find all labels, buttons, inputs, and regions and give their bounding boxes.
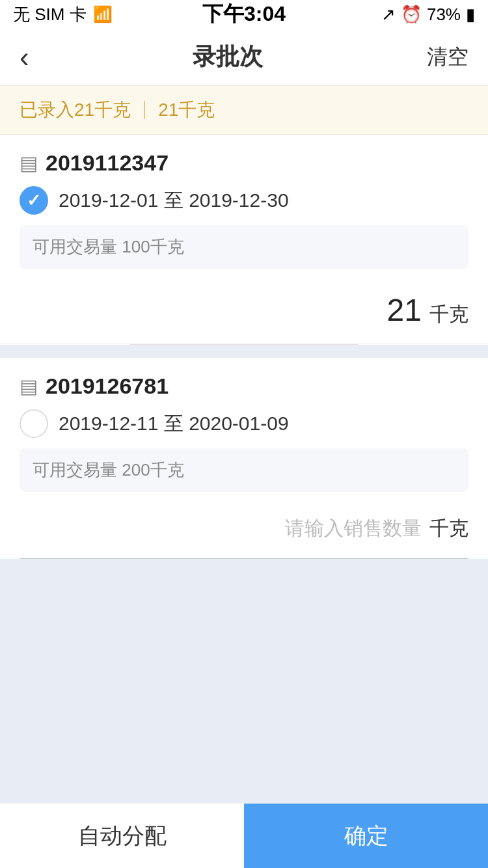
status-left: 无 SIM 卡 📶 (13, 3, 113, 26)
batch-2-radio[interactable] (20, 409, 48, 438)
alarm-icon: ⏰ (401, 5, 422, 25)
batch-1-amount-row: 21 千克 (0, 282, 488, 344)
batch-1-amount-unit: 千克 (429, 301, 468, 328)
recorded-value: 21千克 (158, 98, 215, 122)
empty-area (0, 559, 488, 845)
auto-distribute-button[interactable]: 自动分配 (0, 804, 244, 868)
batch-1-date: 2019-12-01 至 2019-12-30 (59, 187, 289, 214)
batch-1-date-row[interactable]: 2019-12-01 至 2019-12-30 (0, 181, 488, 220)
status-bar: 无 SIM 卡 📶 下午3:04 ↗ ⏰ 73% ▮ (0, 0, 488, 29)
bottom-bar: 自动分配 确定 (0, 803, 488, 868)
clear-button[interactable]: 清空 (427, 43, 468, 72)
battery-icon: ▮ (466, 5, 475, 25)
carrier-label: 无 SIM 卡 (13, 3, 87, 26)
batch-2-id-icon: ▤ (20, 375, 38, 398)
batch-2-date: 2019-12-11 至 2020-01-09 (59, 411, 289, 437)
batch-1-amount-value: 21 (387, 292, 422, 328)
banner-divider (144, 101, 145, 119)
batch-1-id-icon: ▤ (20, 152, 38, 174)
nav-bar: ‹ 录批次 清空 (0, 29, 488, 86)
batch-2-input-unit: 千克 (429, 515, 468, 542)
batch-2-date-row[interactable]: 2019-12-11 至 2020-01-09 (0, 404, 488, 443)
battery-label: 73% (427, 5, 461, 25)
status-time: 下午3:04 (202, 0, 286, 29)
batch-2-input-row[interactable]: 请输入销售数量 千克 (0, 505, 488, 558)
page-title: 录批次 (193, 41, 263, 73)
batch-1-qty: 可用交易量 100千克 (20, 225, 468, 269)
location-icon: ↗ (381, 5, 396, 25)
info-banner: 已录入21千克 21千克 (0, 86, 488, 135)
batch-card-1: ▤ 2019112347 2019-12-01 至 2019-12-30 可用交… (0, 135, 488, 345)
back-button[interactable]: ‹ (20, 43, 29, 72)
batch-2-id: 2019126781 (46, 373, 169, 399)
status-right: ↗ ⏰ 73% ▮ (381, 5, 475, 25)
batch-2-qty: 可用交易量 200千克 (20, 448, 468, 492)
batch-2-header: ▤ 2019126781 (0, 358, 488, 404)
wifi-icon: 📶 (93, 5, 113, 23)
batch-1-id: 2019112347 (46, 150, 169, 176)
batch-2-input-placeholder: 请输入销售数量 (285, 515, 422, 542)
batch-card-2: ▤ 2019126781 2019-12-11 至 2020-01-09 可用交… (0, 358, 488, 559)
batch-1-header: ▤ 2019112347 (0, 135, 488, 181)
batch-1-radio[interactable] (20, 186, 48, 215)
gap-1 (0, 345, 488, 358)
recorded-label: 已录入21千克 (20, 98, 131, 122)
confirm-button[interactable]: 确定 (244, 804, 488, 868)
